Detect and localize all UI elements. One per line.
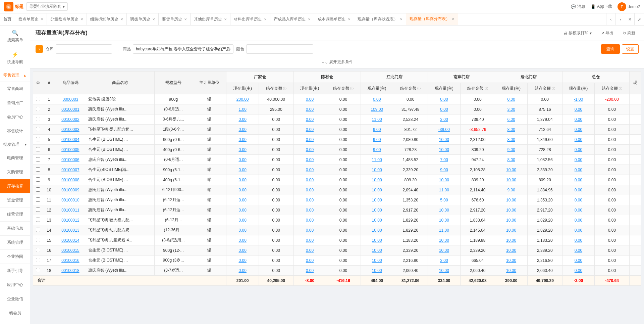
tab-assembly[interactable]: 组装拆卸单历史 ✕ xyxy=(87,13,127,26)
settings-btn[interactable]: 设置 xyxy=(622,44,639,54)
tab-prev-btn[interactable]: ‹ xyxy=(606,13,616,26)
sidebar-item-member[interactable]: 会员中心 xyxy=(0,110,30,124)
tab-inventory-count[interactable]: 盘点单历史 ✕ xyxy=(15,13,47,26)
warehouse-input[interactable] xyxy=(56,44,112,54)
app-download-btn[interactable]: 📱 App下载 xyxy=(591,4,612,9)
row-nanan-amt: 2,917.20 xyxy=(460,205,495,215)
messages-btn[interactable]: 💬 消息 xyxy=(571,4,585,9)
info-icon[interactable]: ⓘ xyxy=(417,87,421,90)
tab-sub-inventory-count[interactable]: 分量盘点单历史 ✕ xyxy=(47,13,87,26)
sidebar-item-app-center[interactable]: 应用中心 xyxy=(0,278,30,292)
industry-selector[interactable]: 母婴行业演示陈套 ▾ xyxy=(26,2,68,11)
info-icon[interactable]: ⓘ xyxy=(283,87,286,90)
row-checkbox[interactable] xyxy=(33,185,43,195)
close-icon[interactable]: ✕ xyxy=(452,17,454,21)
product-input[interactable] xyxy=(133,44,233,54)
close-icon[interactable]: ✕ xyxy=(80,17,83,21)
row-num: 6 xyxy=(43,145,55,155)
sidebar-item-enterprise-collab[interactable]: 企业协同 xyxy=(0,250,30,264)
info-icon[interactable]: ⓘ xyxy=(350,87,354,90)
tab-transfer[interactable]: 调拨单历史 ✕ xyxy=(127,13,159,26)
gear-column-header[interactable]: ⚙ xyxy=(33,72,43,94)
chevron-up-icon: ▲ xyxy=(23,74,26,77)
sidebar-item-retail-store[interactable]: 零售商城 xyxy=(0,82,30,96)
refresh-btn[interactable]: ↻ 刷新 xyxy=(620,29,639,37)
row-checkbox[interactable] xyxy=(33,94,43,104)
row-checkbox[interactable] xyxy=(33,215,43,225)
close-icon[interactable]: ✕ xyxy=(308,17,311,21)
row-total-qty: 0.00 xyxy=(562,266,594,276)
row-checkbox[interactable] xyxy=(33,175,43,185)
sidebar-item-enterprise-wechat[interactable]: 企业微信 xyxy=(0,292,30,306)
sidebar-item-wholesale[interactable]: 批发管理 ▾ xyxy=(0,138,30,151)
tab-requisition[interactable]: 要货单历史 ✕ xyxy=(159,13,191,26)
sidebar-item-finance[interactable]: 资金管理 xyxy=(0,193,30,207)
tab-stock-dist[interactable]: 现存量（库存分布表） ✕ xyxy=(406,13,458,26)
row-checkbox[interactable] xyxy=(33,245,43,256)
row-checkbox[interactable] xyxy=(33,266,43,276)
info-icon[interactable]: ⓘ xyxy=(485,87,488,90)
sidebar-item-ecommerce[interactable]: 电商管理 xyxy=(0,151,30,165)
tab-expand-btn[interactable]: ⤢ xyxy=(635,13,644,26)
row-jiangbei-amt: 2,216.80 xyxy=(393,256,428,266)
info-icon[interactable]: ⓘ xyxy=(552,87,555,90)
row-checkbox[interactable] xyxy=(33,104,43,114)
sidebar-item-basic-info[interactable]: 基础信息 xyxy=(0,222,30,236)
row-checkbox[interactable] xyxy=(33,256,43,266)
sidebar-item-system[interactable]: 系统管理 xyxy=(0,236,30,250)
close-icon[interactable]: ✕ xyxy=(184,17,187,21)
row-jiangbei-qty: 10.00 xyxy=(361,215,393,225)
tab-cost-adjust[interactable]: 成本调整单历史 ✕ xyxy=(314,13,354,26)
row-checkbox[interactable] xyxy=(33,195,43,205)
tab-product-in[interactable]: 产成品入库单历史 ✕ xyxy=(270,13,314,26)
user-area[interactable]: E demo2 xyxy=(618,2,640,11)
query-btn[interactable]: 查询 xyxy=(601,44,620,54)
export-btn[interactable]: ↗ 导出 xyxy=(598,29,617,37)
row-yubei-amt: 2,339.20 xyxy=(527,165,562,175)
row-chen-amt: 0.00 xyxy=(326,165,361,175)
close-icon[interactable]: ✕ xyxy=(152,17,155,21)
tab-home[interactable]: 首页 xyxy=(0,13,15,26)
row-checkbox[interactable] xyxy=(33,135,43,145)
row-checkbox[interactable] xyxy=(33,114,43,125)
tab-close-all-btn[interactable]: ✕ xyxy=(625,13,635,26)
tab-stock-status[interactable]: 现存量（库存状况表） ✕ xyxy=(354,13,406,26)
color-input[interactable] xyxy=(246,44,313,54)
sidebar-item-marketing[interactable]: 营销推广 xyxy=(0,96,30,110)
sidebar-item-purchase[interactable]: 采购管理 xyxy=(0,165,30,179)
row-checkbox[interactable] xyxy=(33,155,43,165)
row-total-qty: 0.00 xyxy=(562,185,594,195)
info-icon[interactable]: ⓘ xyxy=(619,87,622,90)
print-btn[interactable]: 🖨 按模版打印 ▾ xyxy=(560,29,595,37)
sidebar-item-inventory[interactable]: 库存核算 xyxy=(0,179,30,193)
row-checkbox[interactable] xyxy=(33,205,43,215)
row-factory-amt: 0.00 xyxy=(259,114,293,125)
collapse-filter-btn[interactable]: › xyxy=(36,45,43,53)
tab-other-out[interactable]: 其他出库单历史 ✕ xyxy=(191,13,230,26)
row-checkbox[interactable] xyxy=(33,125,43,135)
sidebar-item-guide[interactable]: 新手引导 xyxy=(0,264,30,278)
row-yubei-qty: 10.00 xyxy=(495,235,527,245)
expand-filter-btn[interactable]: ⌄⌄ 展开更多条件 xyxy=(321,59,353,65)
close-icon[interactable]: ✕ xyxy=(348,17,351,21)
close-icon[interactable]: ✕ xyxy=(224,17,227,21)
sidebar-item-search[interactable]: 🔍 搜索英单 xyxy=(0,26,30,47)
row-checkbox[interactable] xyxy=(33,165,43,175)
tab-next-btn[interactable]: › xyxy=(616,13,625,26)
close-icon[interactable]: ✕ xyxy=(264,17,267,21)
tab-material-out[interactable]: 材料出库单历史 ✕ xyxy=(230,13,270,26)
logo-text: 标题 xyxy=(15,4,23,10)
sidebar-item-retail-stats[interactable]: 零售统计 xyxy=(0,124,30,138)
sidebar-item-quicknav[interactable]: ⚡ 快捷导航 xyxy=(0,47,30,69)
tab-label: 盘点单历史 xyxy=(18,16,39,22)
sidebar-item-retail-mgmt[interactable]: 零售管理 ▲ xyxy=(0,69,30,82)
sidebar-item-operations[interactable]: 经营管理 xyxy=(0,207,30,222)
row-checkbox[interactable] xyxy=(33,225,43,235)
close-icon[interactable]: ✕ xyxy=(41,17,43,21)
row-checkbox[interactable] xyxy=(33,145,43,155)
close-icon[interactable]: ✕ xyxy=(120,17,123,21)
close-icon[interactable]: ✕ xyxy=(400,17,402,21)
row-checkbox[interactable] xyxy=(33,235,43,245)
sidebar-item-member-app[interactable]: 畅会员 xyxy=(0,306,30,320)
row-spec: 400g (6-1... xyxy=(155,175,192,185)
